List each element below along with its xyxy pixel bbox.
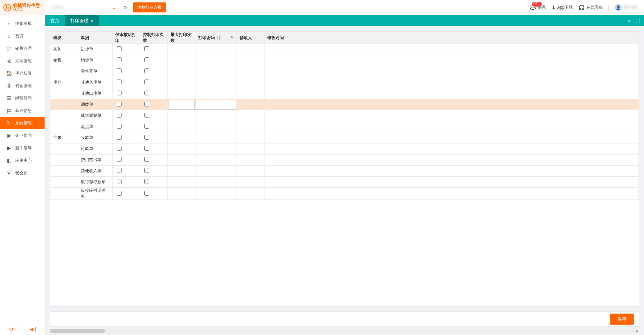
sidebar-item-home[interactable]: ⌂首页 [0, 30, 45, 42]
audit-only-checkbox[interactable] [117, 80, 122, 84]
control-count-checkbox[interactable] [144, 179, 149, 184]
logo-mark-icon: b [3, 4, 11, 11]
sidebar-item-sales[interactable]: 🛒销售管理 [0, 42, 45, 55]
cell-doc: 成本调整单 [78, 110, 113, 121]
cell-doc: 其他出库单 [78, 88, 113, 99]
close-all-tabs-button[interactable]: ✕ [627, 18, 631, 23]
control-count-checkbox[interactable] [144, 102, 149, 106]
control-count-checkbox[interactable] [144, 191, 149, 196]
app-download-button[interactable]: ⬇ App下载 [551, 4, 573, 11]
control-count-checkbox[interactable] [144, 113, 149, 118]
max-count-input[interactable] [168, 100, 195, 110]
tab-首页[interactable]: 首页 [45, 15, 65, 26]
sidebar-item-search[interactable]: ⌕搜索菜单 [0, 17, 45, 30]
th-modified-at: 修改时间 [265, 32, 639, 44]
cell-audit-only [113, 143, 140, 155]
brand-logo[interactable]: b 畅捷通好生意 精品版 [0, 0, 45, 15]
audit-only-checkbox[interactable] [117, 46, 122, 51]
support-button[interactable]: 🎧 在线客服 [578, 4, 603, 11]
save-button[interactable]: 保存 [610, 314, 634, 325]
table-header-row: 模块 单据 仅审核后打印 控制打印次数 最大打印次数 打印密码 ⓘ ✎ [50, 32, 639, 44]
sidebar-item-business[interactable]: ☰经营管理 [0, 92, 45, 104]
cell-control-count [140, 66, 168, 77]
scroll-right-arrow[interactable]: ▶ [635, 329, 639, 333]
audit-only-checkbox[interactable] [117, 191, 122, 196]
control-count-checkbox[interactable] [144, 124, 149, 129]
control-count-checkbox[interactable] [144, 57, 149, 62]
tabs-right-controls: ✕ ⛶ [627, 18, 644, 23]
cell-doc: 其他收入单 [78, 166, 113, 177]
sidebar-item-coop-label: 企业协同 [15, 133, 32, 139]
audit-only-checkbox[interactable] [117, 68, 122, 73]
table-row: 库存其他入库单 [50, 77, 639, 88]
sidebar-item-stock[interactable]: 🏠库存核算 [0, 67, 45, 80]
horizontal-scrollbar[interactable]: ▶ [50, 329, 639, 333]
sidebar-item-guide[interactable]: ▶新手引导 [0, 142, 45, 154]
audit-only-checkbox[interactable] [117, 146, 122, 151]
tab-打印管理[interactable]: 打印管理× [65, 15, 99, 26]
sidebar-item-system-icon: ↻ [6, 120, 12, 126]
audit-only-checkbox[interactable] [117, 124, 122, 129]
sidebar-item-business-icon: ☰ [6, 95, 12, 101]
cell-module [50, 155, 78, 166]
cell-password [195, 110, 237, 121]
cell-module [50, 188, 78, 200]
sidebar-item-system[interactable]: ↻系统管理 [0, 117, 45, 129]
sidebar-item-apps-label: 应用中心 [15, 158, 32, 164]
topbar: b 畅捷通好生意 精品版 公司名 ⌄ ⚙ 体验行业方案 99 + 💬 消息 ⬇ … [0, 0, 644, 15]
control-count-checkbox[interactable] [144, 157, 149, 162]
print-password-input[interactable] [196, 100, 236, 110]
cell-modifier [237, 121, 265, 132]
cell-control-count [140, 177, 168, 188]
user-name: 用户名▾ [623, 4, 638, 10]
th-module: 模块 [50, 32, 78, 44]
fullscreen-button[interactable]: ⛶ [636, 18, 640, 23]
sidebar-item-base[interactable]: ▤基础信息 [0, 104, 45, 117]
help-icon[interactable]: ⓘ [217, 35, 221, 40]
control-count-checkbox[interactable] [144, 146, 149, 151]
control-count-checkbox[interactable] [144, 91, 149, 95]
table-row: 付款单 [50, 143, 639, 155]
sidebar-item-business-label: 经营管理 [15, 95, 32, 101]
sidebar-item-apps[interactable]: ◧应用中心 [0, 154, 45, 167]
control-count-checkbox[interactable] [144, 80, 149, 84]
industry-plan-button[interactable]: 体验行业方案 [133, 2, 166, 12]
tab-close-icon[interactable]: × [90, 18, 93, 24]
cell-doc: 其他入库单 [78, 77, 113, 88]
sidebar-item-vip[interactable]: V畅会员 [0, 167, 45, 179]
control-count-checkbox[interactable] [144, 135, 149, 140]
audit-only-checkbox[interactable] [117, 102, 122, 106]
control-count-checkbox[interactable] [144, 46, 149, 51]
messages-button[interactable]: 99 + 💬 消息 [530, 4, 546, 11]
audit-only-checkbox[interactable] [117, 91, 122, 95]
audit-only-checkbox[interactable] [117, 57, 122, 62]
cell-modified-at [265, 55, 639, 66]
cell-password [195, 66, 237, 77]
cell-audit-only [113, 44, 140, 55]
control-count-checkbox[interactable] [144, 68, 149, 73]
sidebar-item-purchase[interactable]: 🛍采购管理 [0, 55, 45, 67]
user-menu[interactable]: 👤 用户名▾ [614, 4, 638, 11]
cell-audit-only [113, 121, 140, 132]
edit-column-icon[interactable]: ✎ [230, 35, 234, 40]
cell-password [195, 77, 237, 88]
control-count-checkbox[interactable] [144, 168, 149, 173]
sidebar-item-fund[interactable]: Ⓢ资金管理 [0, 80, 45, 92]
cell-control-count [140, 155, 168, 166]
cell-password [195, 188, 237, 200]
audit-only-checkbox[interactable] [117, 157, 122, 162]
audit-only-checkbox[interactable] [117, 135, 122, 140]
audit-only-checkbox[interactable] [117, 113, 122, 118]
settings-gear-button[interactable]: ⚙ [119, 5, 131, 10]
th-doc: 单据 [78, 32, 113, 44]
scrollbar-thumb[interactable] [50, 329, 105, 333]
tenant-dropdown[interactable]: ⌄ [108, 5, 119, 10]
sidebar-item-sales-label: 销售管理 [15, 46, 32, 52]
sidebar-collapse-button[interactable]: ◀❘ [22, 323, 45, 335]
audit-only-checkbox[interactable] [117, 168, 122, 173]
sidebar-item-coop[interactable]: ▣企业协同 [0, 129, 45, 142]
cell-max-count [168, 77, 195, 88]
sidebar-settings-button[interactable]: ⚙ [0, 323, 22, 335]
audit-only-checkbox[interactable] [117, 179, 122, 184]
cell-password [195, 155, 237, 166]
